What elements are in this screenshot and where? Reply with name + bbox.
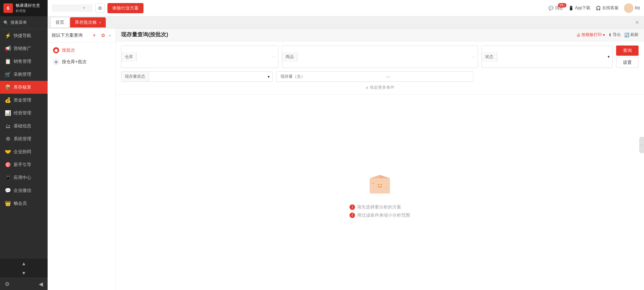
panel-collapse-icon[interactable]: « xyxy=(108,33,111,38)
newbie-icon: 🎯 xyxy=(5,162,11,168)
message-item[interactable]: 💬 消息 99+ xyxy=(548,5,563,11)
print-chevron-icon[interactable]: ▾ xyxy=(603,33,605,37)
svg-point-4 xyxy=(372,182,374,184)
topbar-chevron-icon[interactable]: ▾ xyxy=(83,6,85,10)
basic-icon: 🗂 xyxy=(5,123,11,129)
quantity-from-input[interactable] xyxy=(308,74,384,79)
user-name-label: Rit xyxy=(635,6,640,11)
warehouse-filter: 仓库 ··· xyxy=(121,46,278,68)
app-download-label: App下载 xyxy=(575,5,590,11)
topbar-gear-button[interactable]: ⚙ xyxy=(95,3,105,13)
plan-item-by-warehouse-batch[interactable]: ⬤ 按仓库+批次 xyxy=(48,56,115,68)
tab-inventory-batch[interactable]: 库存批次账 × xyxy=(70,17,106,28)
refresh-label: 刷新 xyxy=(630,32,639,38)
refresh-button[interactable]: 🔄 刷新 xyxy=(624,32,639,38)
tab-panel-close-button[interactable]: ✕ xyxy=(633,18,641,26)
quantity-filter: 现存量（主） — xyxy=(276,71,474,82)
sidebar-item-marketing[interactable]: 📢 营销推广 xyxy=(0,42,48,55)
empty-hint-1-text: 请先选择要分析的方案 xyxy=(357,204,401,210)
status-label: 状态 xyxy=(482,52,497,62)
message-badge: 99+ xyxy=(558,3,566,7)
sidebar-item-quick-nav[interactable]: ⚡ 快捷导航 xyxy=(0,29,48,42)
content-area: 按以下方案查询 + ⚙ « ⬤ 按批次 ⬤ 按 xyxy=(48,29,644,290)
plan-item-by-batch[interactable]: ⬤ 按批次 xyxy=(48,44,115,56)
sidebar-item-newbie[interactable]: 🎯 新手引导 xyxy=(0,158,48,171)
topbar-search-input[interactable] xyxy=(54,6,82,11)
collapse-filter-label: 收起更多条件 xyxy=(370,85,394,90)
warehouse-label: 仓库 xyxy=(121,52,137,62)
export-button[interactable]: ⬆ 导出 xyxy=(608,32,621,38)
user-avatar-item[interactable]: Rit xyxy=(624,3,640,13)
app-center-icon: 📱 xyxy=(5,175,11,181)
app-title: 畅康通好生意 xyxy=(16,3,40,8)
sidebar-item-system[interactable]: ⚙ 系统管理 xyxy=(0,132,48,145)
message-icon: 💬 xyxy=(548,6,554,11)
tab-active-label: 库存批次账 xyxy=(75,19,97,25)
sidebar-item-finance[interactable]: 💰 资金管理 xyxy=(0,94,48,107)
sidebar-settings-icon[interactable]: ⚙ xyxy=(5,281,10,287)
filter-area: 仓库 ··· 商品 ··· 状态 ▾ xyxy=(116,41,644,95)
avatar xyxy=(624,3,633,13)
sidebar-item-app-center[interactable]: 📱 应用中心 xyxy=(0,171,48,184)
trial-industry-button[interactable]: 体验行业方案 xyxy=(107,3,143,13)
app-logo: 6 xyxy=(3,3,13,13)
sidebar-item-member[interactable]: 👑 畅会员 xyxy=(0,197,48,210)
enterprise-icon: 🤝 xyxy=(5,149,11,155)
sidebar-nav: ⚡ 快捷导航 📢 营销推广 📋 销售管理 🛒 采购管理 📦 库存核算 💰 资金管… xyxy=(0,29,48,259)
left-panel-header: 按以下方案查询 + ⚙ « xyxy=(48,29,115,42)
sidebar-scroll-down[interactable]: ▼ xyxy=(0,268,48,278)
sidebar-item-enterprise-wechat[interactable]: 💬 企业微信 xyxy=(0,184,48,197)
app-subtitle: 标准版 xyxy=(16,8,40,13)
add-plan-icon[interactable]: + xyxy=(91,32,98,39)
tabs-bar: 首页 库存批次账 × ✕ xyxy=(48,16,644,29)
warehouse-input[interactable] xyxy=(137,52,269,61)
empty-hint-item-1: 1 请先选择要分析的方案 xyxy=(350,204,410,210)
left-panel-title: 按以下方案查询 xyxy=(52,32,83,38)
warehouse-dots-btn[interactable]: ··· xyxy=(269,52,278,61)
product-input[interactable] xyxy=(298,52,469,61)
phone-icon: 📱 xyxy=(569,6,574,11)
sidebar-item-sales[interactable]: 📋 销售管理 xyxy=(0,55,48,68)
tab-home[interactable]: 首页 xyxy=(50,17,69,28)
topbar: ▾ ⚙ 体验行业方案 💬 消息 99+ 📱 App下载 🎧 在线客服 xyxy=(48,0,644,16)
plan-by-warehouse-batch-label: 按仓库+批次 xyxy=(62,59,87,65)
plan-inactive-icon: ⬤ xyxy=(53,59,59,65)
left-panel: 按以下方案查询 + ⚙ « ⬤ 按批次 ⬤ 按 xyxy=(48,29,116,290)
sidebar-collapse-icon[interactable]: ◀ xyxy=(39,281,43,287)
right-collapse-handle[interactable]: › xyxy=(639,137,644,153)
collapse-filter-button[interactable]: ∧ 收起更多条件 xyxy=(366,85,394,90)
topbar-right: 💬 消息 99+ 📱 App下载 🎧 在线客服 Rit xyxy=(548,3,640,13)
empty-hint-list: 1 请先选择要分析的方案 2 用过滤条件来缩小分析范围 xyxy=(350,204,410,220)
query-button[interactable]: 查询 xyxy=(616,46,639,56)
sidebar-scroll-up[interactable]: ▲ xyxy=(0,259,48,268)
empty-illustration xyxy=(363,165,397,199)
svg-point-5 xyxy=(386,188,387,189)
status-select-btn[interactable]: ▾ xyxy=(497,52,612,61)
online-service-label: 在线客服 xyxy=(602,5,618,11)
sidebar-item-operation[interactable]: 📊 经营管理 xyxy=(0,107,48,120)
quantity-dash-separator: — xyxy=(386,74,390,79)
product-dots-btn[interactable]: ··· xyxy=(469,52,478,61)
right-panel: 现存量查询(按批次) 🖨 按模板打印 ▾ ⬆ 导出 🔄 刷新 xyxy=(116,29,644,290)
quantity-to-input[interactable] xyxy=(393,74,469,79)
tab-close-icon[interactable]: × xyxy=(99,20,101,24)
sidebar-item-purchase[interactable]: 🛒 采购管理 xyxy=(0,68,48,81)
sidebar-item-basic[interactable]: 🗂 基础信息 xyxy=(0,120,48,132)
product-filter: 商品 ··· xyxy=(282,46,478,68)
collapse-filter-row: ∧ 收起更多条件 xyxy=(121,85,639,90)
headset-icon: 🎧 xyxy=(596,6,601,11)
search-input-area: ▾ xyxy=(52,4,92,12)
search-menu-btn[interactable]: 🔍 搜索菜单 xyxy=(3,18,44,27)
print-button[interactable]: 🖨 按模板打印 ▾ xyxy=(576,32,605,38)
sidebar-item-enterprise[interactable]: 🤝 企业协同 xyxy=(0,145,48,158)
plan-list: ⬤ 按批次 ⬤ 按仓库+批次 xyxy=(48,42,115,70)
sidebar-item-inventory[interactable]: 📦 库存核算 xyxy=(0,81,48,94)
plan-settings-icon[interactable]: ⚙ xyxy=(100,32,106,39)
plan-by-batch-label: 按批次 xyxy=(62,47,75,53)
app-download-item[interactable]: 📱 App下载 xyxy=(569,5,590,11)
online-service-item[interactable]: 🎧 在线客服 xyxy=(596,5,618,11)
settings-button[interactable]: 设置 xyxy=(616,57,639,68)
inventory-status-select-btn[interactable]: ▾ xyxy=(149,72,272,81)
marketing-icon: 📢 xyxy=(5,46,11,52)
inventory-status-filter: 现存量状态 ▾ xyxy=(121,71,273,82)
